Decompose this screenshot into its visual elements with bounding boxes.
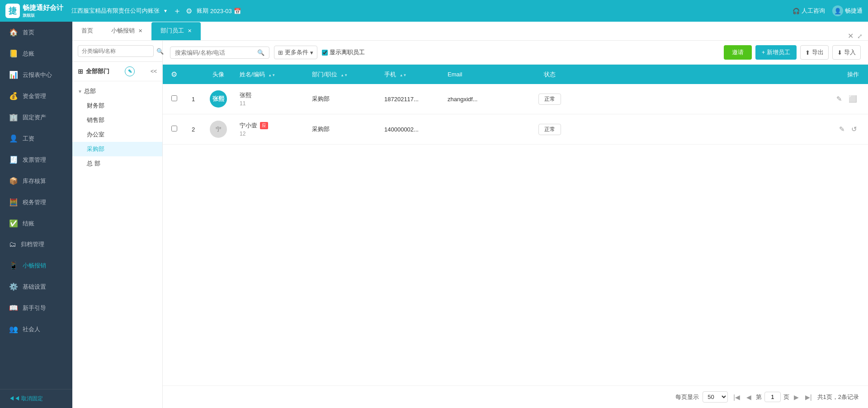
period-label: 账期: [197, 7, 208, 15]
add-employee-button[interactable]: + 新增员工: [755, 45, 797, 60]
sidebar-label-guide: 新手引导: [23, 304, 46, 312]
row2-dept: 采购部: [306, 114, 378, 145]
dept-search-input[interactable]: [78, 45, 154, 57]
row1-more-icon[interactable]: ⬜: [849, 95, 857, 103]
row2-no: 2: [185, 114, 203, 145]
sidebar-item-funds[interactable]: 💰 资金管理: [0, 85, 72, 107]
row2-refresh-icon[interactable]: ↺: [851, 125, 857, 133]
row2-avatar-circle: 宁: [210, 121, 227, 138]
home-icon: 🏠: [9, 28, 18, 37]
period-value[interactable]: 2023-03: [210, 8, 232, 14]
th-name[interactable]: 姓名/编码 ▲▼: [233, 65, 306, 84]
company-dropdown-icon[interactable]: ▾: [164, 8, 167, 14]
service-button[interactable]: 🎧 人工咨询: [793, 7, 825, 15]
dept-all-button[interactable]: ⊞ 全部部门 ✎ <<: [72, 62, 162, 81]
tab-expense-close-icon[interactable]: ✕: [138, 28, 142, 34]
sidebar-item-ledger[interactable]: 📒 总账: [0, 43, 72, 64]
company-name[interactable]: 江西服宝精品有限责任公司内账张: [71, 7, 160, 15]
headset-icon: 🎧: [793, 8, 800, 14]
payroll-icon: 👤: [9, 134, 18, 143]
sidebar-label-social: 社会人: [23, 325, 40, 333]
dept-edit-button[interactable]: ✎: [125, 66, 135, 76]
unpin-label: ◀◀ 取消固定: [9, 395, 43, 403]
row2-email: [441, 114, 523, 145]
th-dept[interactable]: 部门/职位 ▲▼: [306, 65, 378, 84]
window-controls: ✕ ⤢: [848, 32, 868, 40]
invoice-icon: 🧾: [9, 155, 18, 164]
tab-expense[interactable]: 小畅报销 ✕: [102, 22, 151, 40]
sidebar-label-close: 结账: [23, 220, 34, 228]
employee-search-input[interactable]: [175, 49, 255, 56]
filter-icon: ⊞: [278, 49, 283, 56]
employee-search-icon[interactable]: 🔍: [257, 49, 264, 56]
filter-dropdown-icon: ▾: [310, 49, 313, 56]
dept-node-procurement[interactable]: 采购部: [72, 142, 162, 156]
app-logo: 捷 畅捷通好会计 旗舰版: [5, 4, 63, 19]
row2-checkbox[interactable]: [171, 126, 177, 131]
th-email: Email: [441, 65, 523, 84]
prev-page-button[interactable]: ◀: [745, 393, 753, 402]
sidebar-label-archive: 归档管理: [21, 240, 44, 249]
dept-node-office[interactable]: 办公室: [72, 127, 162, 142]
sidebar-item-assets[interactable]: 🏢 固定资产: [0, 107, 72, 128]
column-settings-icon[interactable]: ⚙: [171, 70, 177, 78]
next-page-button[interactable]: ▶: [792, 393, 801, 402]
window-close-icon[interactable]: ✕: [848, 32, 854, 40]
logo-icon: 捷: [5, 4, 20, 18]
th-phone[interactable]: 手机 ▲▼: [378, 65, 441, 84]
tab-home[interactable]: 首页: [72, 22, 102, 40]
per-page-select[interactable]: 50 100 200: [703, 391, 728, 403]
row1-checkbox[interactable]: [171, 95, 177, 101]
row2-edit-icon[interactable]: ✎: [839, 125, 845, 133]
window-expand-icon[interactable]: ⤢: [857, 33, 863, 40]
filter-button[interactable]: ⊞ 更多条件 ▾: [274, 46, 317, 59]
dept-node-headquarter[interactable]: ▼ 总部: [72, 84, 162, 98]
sidebar-item-guide[interactable]: 📖 新手引导: [0, 297, 72, 319]
dept-node-finance[interactable]: 财务部: [72, 98, 162, 113]
sidebar-item-close[interactable]: ✅ 结账: [0, 213, 72, 234]
row2-status: 正常: [523, 114, 577, 145]
content-area: 首页 小畅报销 ✕ 部门员工 ✕ ✕ ⤢ 🔍: [72, 22, 868, 408]
calendar-icon[interactable]: 📅: [234, 8, 241, 14]
first-page-button[interactable]: |◀: [731, 393, 742, 402]
employee-table-container: ⚙ 头像 姓名/编码 ▲▼: [163, 65, 868, 385]
tab-department-close-icon[interactable]: ✕: [188, 28, 192, 34]
sidebar-item-inventory[interactable]: 📦 库存核算: [0, 170, 72, 192]
dept-node-general[interactable]: 总 部: [72, 156, 162, 171]
row1-edit-icon[interactable]: ✎: [836, 95, 842, 103]
dept-all-label: 全部部门: [86, 67, 109, 75]
dept-search-area: 🔍: [72, 41, 162, 62]
dept-collapse-icon[interactable]: <<: [151, 68, 157, 75]
employee-search-box: 🔍: [170, 47, 269, 59]
import-button[interactable]: ⬇ 导入: [832, 45, 861, 60]
table-row: 2 宁 宁小壹 应: [163, 114, 868, 145]
sidebar-item-expense[interactable]: 📱 小畅报销: [0, 255, 72, 276]
row1-status-badge: 正常: [538, 94, 561, 105]
sidebar-item-home[interactable]: 🏠 首页: [0, 22, 72, 43]
show-resigned-checkbox[interactable]: [322, 50, 328, 56]
service-label: 人工咨询: [802, 7, 825, 15]
sidebar-item-archive[interactable]: 🗂 归档管理: [0, 234, 72, 255]
add-company-icon[interactable]: ＋: [173, 5, 181, 16]
page-label-before: 第: [756, 393, 762, 401]
dept-finance-label: 财务部: [87, 102, 104, 110]
dept-node-sales[interactable]: 销售部: [72, 113, 162, 127]
export-button[interactable]: ⬆ 导出: [800, 45, 829, 60]
dept-arrow-icon: ▼: [78, 89, 82, 94]
unpin-button[interactable]: ◀◀ 取消固定: [0, 389, 72, 408]
phone-sort-icon: ▲▼: [400, 74, 407, 77]
sidebar-item-invoice[interactable]: 🧾 发票管理: [0, 149, 72, 170]
invite-button[interactable]: 邀请: [724, 45, 752, 60]
sidebar-item-social[interactable]: 👥 社会人: [0, 319, 72, 340]
settings-icon[interactable]: ⚙: [186, 7, 192, 15]
user-info[interactable]: 👤 畅捷通: [832, 5, 863, 16]
tab-department[interactable]: 部门员工 ✕: [151, 22, 201, 40]
page-label: 页: [783, 393, 789, 401]
sidebar-item-reports[interactable]: 📊 云报表中心: [0, 64, 72, 85]
last-page-button[interactable]: ▶|: [803, 393, 814, 402]
show-resigned-checkbox-area[interactable]: 显示离职员工: [322, 48, 365, 56]
sidebar-item-settings[interactable]: ⚙️ 基础设置: [0, 276, 72, 297]
sidebar-item-payroll[interactable]: 👤 工资: [0, 128, 72, 149]
current-page-input[interactable]: 1: [764, 392, 781, 402]
sidebar-item-tax[interactable]: 🧮 税务管理: [0, 192, 72, 213]
